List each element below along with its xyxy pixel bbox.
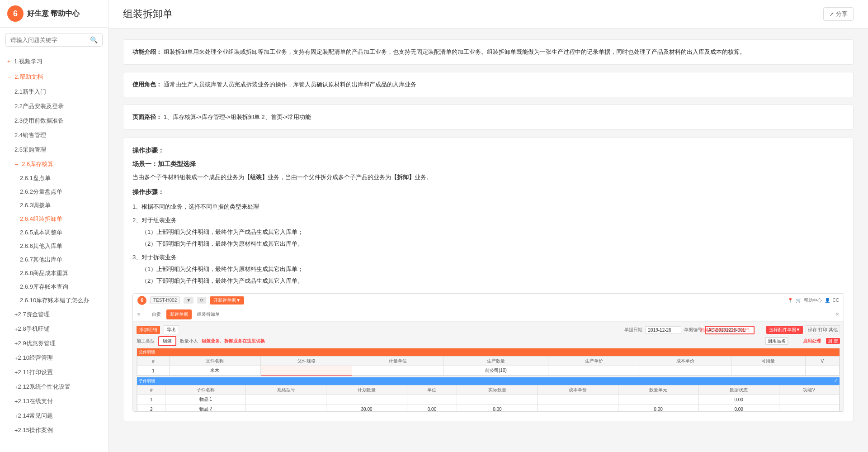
mock-th-prod-price: 生产单价 bbox=[548, 357, 640, 366]
sidebar-item-data-prep[interactable]: 2.3使用前数据准备 bbox=[0, 114, 108, 128]
ops-label: 操作步骤： bbox=[132, 147, 844, 155]
mock-logo: 6 bbox=[137, 296, 146, 305]
mock-content: 添加明细 导出 单据日期 2019-12-26 单据编号 AD-20191226… bbox=[133, 322, 844, 411]
mock-th-available: 可用量 bbox=[731, 357, 805, 366]
sidebar-item-split-stocktake[interactable]: 2.6.2分量盘点单 bbox=[0, 185, 108, 199]
mock-nav-assemble[interactable]: 组装拆卸单 bbox=[193, 309, 223, 319]
sidebar-item-other-out[interactable]: 2.6.7其他出库单 bbox=[0, 253, 108, 266]
sidebar-item-inventory[interactable]: − 2.6库存核算 bbox=[0, 157, 108, 171]
mock-topbar-right: 📍 🛒 帮助中心 👤 CC bbox=[788, 297, 839, 304]
path-block: 页面路径： 1、库存核算->库存管理->组装拆卸单 2、首页->常用功能 bbox=[123, 105, 854, 130]
sidebar-item-newbie[interactable]: 2.1新手入门 bbox=[0, 85, 108, 99]
sidebar-item-purchase[interactable]: 2.5采购管理 bbox=[0, 143, 108, 157]
sidebar-header: 6 好生意 帮助中心 bbox=[0, 0, 108, 28]
sidebar-item-cost-recalc[interactable]: 2.6.8商品成本重算 bbox=[0, 266, 108, 280]
sidebar: 6 好生意 帮助中心 🔍 + 1.视频学习 − 2.帮助文档 2.1新手入门 2… bbox=[0, 0, 108, 452]
expand-icon-cases: + bbox=[14, 427, 18, 434]
mock-sub-row-2: 2 物品 2 30.00 0.00 0.00 0.00 bbox=[137, 404, 840, 412]
search-icon[interactable]: 🔍 bbox=[90, 36, 98, 43]
mock-date-input[interactable]: 2019-12-26 bbox=[645, 326, 681, 334]
mock-bom-btn[interactable]: 选择配件单据▼ bbox=[766, 326, 803, 334]
sidebar-item-mobile[interactable]: + 2.8手机旺铺 bbox=[0, 322, 108, 336]
sidebar-item-ops[interactable]: + 2.10经营管理 bbox=[0, 351, 108, 365]
role-label: 使用角色： bbox=[132, 81, 162, 88]
sidebar-item-ledger-query[interactable]: 2.6.9库存账本查询 bbox=[0, 280, 108, 294]
mock-th-prod-qty: 生产数量 bbox=[443, 357, 548, 366]
step2-sub2: （2）下部明细为子件明细，最终作为原材料生成其它出库单。 bbox=[142, 239, 844, 249]
mock-sub-header: 子件明细 ⤢ bbox=[137, 377, 840, 385]
share-icon: ↗ bbox=[829, 11, 834, 18]
sidebar-item-coupon[interactable]: + 2.9优惠券管理 bbox=[0, 336, 108, 351]
expand-icon-finance: + bbox=[14, 311, 18, 318]
search-box[interactable]: 🔍 bbox=[5, 33, 103, 47]
mock-close-icon: ✕ bbox=[835, 312, 839, 317]
sidebar-item-cases[interactable]: + 2.15操作案例 bbox=[0, 423, 108, 438]
mock-th-parent-spec: 父件规格 bbox=[261, 357, 352, 366]
mock-sub-th-unit: 单位 bbox=[407, 385, 457, 395]
mock-parent-header: 父件明细 bbox=[137, 348, 840, 356]
search-input[interactable] bbox=[10, 37, 90, 43]
mock-sub-th-func: 功能V bbox=[779, 385, 839, 395]
mock-dropdown-icon: ▼ bbox=[184, 297, 193, 304]
steps-list: 1、根据不同的业务，选择不同单据的类型来处理 2、对于组装业务 （1）上部明细为… bbox=[132, 202, 844, 286]
mock-help-label: 帮助中心 bbox=[804, 297, 822, 304]
share-button[interactable]: ↗ 分享 bbox=[823, 7, 854, 21]
sidebar-item-stocktake[interactable]: 2.6.1盘点单 bbox=[0, 171, 108, 185]
sidebar-item-install[interactable]: 2.2产品安装及登录 bbox=[0, 99, 108, 114]
ops-steps-subtitle: 操作步骤： bbox=[132, 188, 844, 196]
mock-sub-th-cost: 成本单价 bbox=[538, 385, 618, 395]
page-title: 组装拆卸单 bbox=[123, 7, 173, 21]
sidebar-item-transfer[interactable]: 2.6.3调拨单 bbox=[0, 199, 108, 212]
sidebar-item-customize[interactable]: + 2.12系统个性化设置 bbox=[0, 380, 108, 394]
content-area: 功能介绍： 组装拆卸单用来处理企业组装或拆卸等加工业务，支持有固定装配清单的产品… bbox=[108, 29, 868, 452]
mock-nav-new[interactable]: 新建单据 bbox=[166, 309, 192, 319]
mock-type-label: 加工类型 bbox=[137, 338, 155, 344]
scenario1-block: 场景一：加工类型选择 当由多个子件材料组装成一个成品的业务为【组装】业务，当由一… bbox=[132, 160, 844, 286]
mock-refresh-icon: ⟳ bbox=[197, 297, 206, 304]
mock-sidebar-toggle: ≡ bbox=[137, 312, 146, 317]
sidebar-item-print[interactable]: + 2.11打印设置 bbox=[0, 365, 108, 380]
mock-docno-label: 单据编号 bbox=[684, 327, 702, 333]
mock-expand-icon[interactable]: ⤢ bbox=[834, 378, 838, 384]
sidebar-item-cost-adjust[interactable]: 2.6.5成本调整单 bbox=[0, 226, 108, 239]
logo-icon: 6 bbox=[7, 5, 24, 22]
mock-new-doc-btn[interactable]: 开新建单据▼ bbox=[210, 296, 244, 305]
mock-sub-table: # 子件名称 规格型号 计划数量 单位 实际数量 成本单价 数量单元 bbox=[137, 385, 840, 411]
scenario1-desc: 当由多个子件材料组装成一个成品的业务为【组装】业务，当由一个父件拆分成多个子产品… bbox=[132, 172, 844, 182]
mock-parent-row: 1 米木 前公司(10) bbox=[137, 366, 840, 376]
annotation-enable: 启用处理 bbox=[803, 338, 821, 343]
expand-icon-mobile: + bbox=[14, 326, 18, 333]
mock-ui: 6 TEST-H002 ▼ ⟳ 开新建单据▼ 📍 🛒 帮助中心 👤 CC bbox=[133, 294, 844, 411]
role-block: 使用角色： 通常由生产人员或库管人员完成拆装业务的操作，库管人员确认原材料的出库… bbox=[123, 72, 854, 97]
mock-export-btn[interactable]: 导出 bbox=[164, 325, 179, 334]
mock-nav-home[interactable]: 自贡 bbox=[148, 309, 165, 319]
sidebar-item-finance[interactable]: + 2.7资金管理 bbox=[0, 307, 108, 322]
mock-qty-label: 数量小人 bbox=[180, 338, 198, 344]
sidebar-item-payment[interactable]: + 2.13在线支付 bbox=[0, 394, 108, 409]
mock-action-btns[interactable]: 保存 打印 其他 bbox=[806, 325, 840, 334]
path-label: 页面路径： bbox=[132, 114, 162, 120]
sidebar-item-assemble[interactable]: 2.6.4组装拆卸单 bbox=[0, 212, 108, 226]
mock-type-select[interactable]: 组装 bbox=[158, 336, 176, 346]
expand-icon: + bbox=[7, 58, 10, 65]
mock-sub-th-qty-unit: 数量单元 bbox=[618, 385, 698, 395]
sidebar-item-other-in[interactable]: 2.6.6其他入库单 bbox=[0, 239, 108, 253]
sidebar-item-docs[interactable]: − 2.帮助文档 bbox=[0, 69, 108, 85]
sidebar-item-videos[interactable]: + 1.视频学习 bbox=[0, 54, 108, 69]
mock-enable-input[interactable]: 启用品名 bbox=[765, 337, 788, 345]
function-intro-label: 功能介绍： bbox=[132, 48, 162, 55]
mock-date-label: 单据日期 bbox=[624, 327, 642, 333]
sidebar-item-sales[interactable]: 2.4销售管理 bbox=[0, 128, 108, 143]
mock-icon2: 🛒 bbox=[796, 298, 801, 303]
mock-enable-area: 启用品名 启用处理 启 定 bbox=[765, 338, 840, 344]
mock-enable-btn[interactable]: 启 定 bbox=[826, 338, 840, 344]
step3: 3、对于拆装业务 （1）上部明细为父件明细，最终作为原材料生成其它出库单； （2… bbox=[132, 252, 844, 286]
sidebar-item-ledger-err[interactable]: 2.6.10库存账本错了怎么办 bbox=[0, 294, 108, 307]
annotation-switch: 组装业务、拆卸业务在这里切换 bbox=[202, 338, 265, 344]
mock-nav: ≡ 自贡 新建单据 组装拆卸单 ✕ bbox=[133, 307, 844, 322]
step1: 1、根据不同的业务，选择不同单据的类型来处理 bbox=[132, 202, 844, 212]
sidebar-item-faq[interactable]: + 2.14常见问题 bbox=[0, 409, 108, 423]
function-intro-block: 功能介绍： 组装拆卸单用来处理企业组装或拆卸等加工业务，支持有固定装配清单的产品… bbox=[123, 39, 854, 65]
mock-avatar: 👤 bbox=[825, 298, 830, 303]
mock-add-btn[interactable]: 添加明细 bbox=[137, 326, 160, 334]
